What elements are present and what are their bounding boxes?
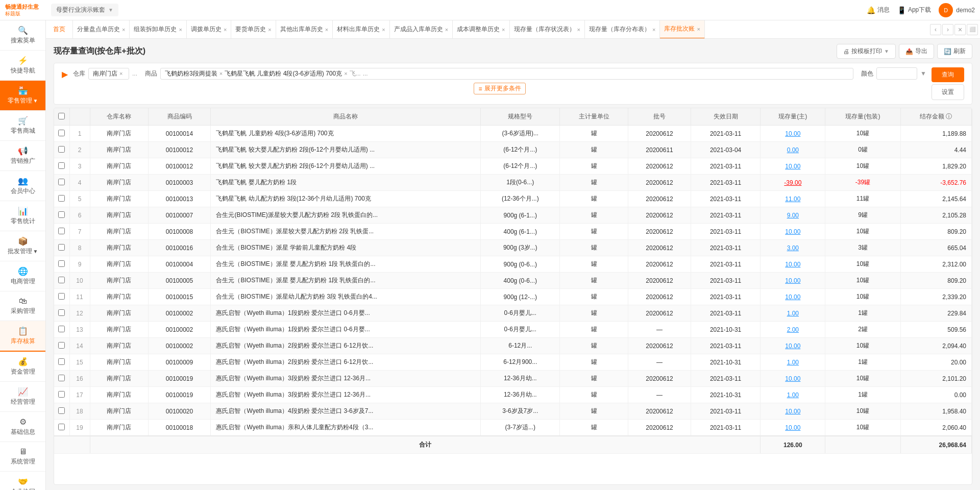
nav-tab-stock-dist[interactable]: 现存量（库存分布表） ×	[585, 20, 660, 39]
tab-close-transfer[interactable]: ×	[224, 27, 227, 33]
col-checkbox[interactable]	[54, 108, 69, 126]
settings-btn[interactable]: 设置	[932, 84, 964, 100]
sidebar-item-retail-stats[interactable]: 📊 零售统计	[0, 201, 45, 231]
tab-close-product-in[interactable]: ×	[445, 27, 448, 33]
tab-close-disassemble[interactable]: ×	[179, 27, 182, 33]
row-qty-main[interactable]: 1.00	[761, 354, 825, 371]
sidebar-item-inventory[interactable]: 📋 库存核算	[0, 321, 45, 352]
tab-close-material-out[interactable]: ×	[382, 27, 385, 33]
export-btn[interactable]: 📤 导出	[899, 44, 934, 59]
nav-tab-batch-ledger[interactable]: 库存批次账 ×	[660, 20, 704, 39]
select-all-checkbox[interactable]	[58, 113, 65, 119]
row-qty-main[interactable]: 10.00	[761, 371, 825, 387]
row-checkbox[interactable]	[54, 354, 69, 371]
row-qty-main[interactable]: 10.00	[761, 338, 825, 354]
tab-close-stock-status[interactable]: ×	[577, 27, 580, 33]
product-tag-area[interactable]: 飞鹤奶粉3段两提装 × 飞鹤星飞帆 儿童奶粉 4段(3-6岁适用) 700克 ×…	[160, 68, 853, 80]
row-checkbox[interactable]	[54, 273, 69, 289]
sidebar-item-member[interactable]: 👥 会员中心	[0, 171, 45, 201]
row-checkbox[interactable]	[54, 305, 69, 322]
warehouse-ellipsis[interactable]: ...	[132, 70, 137, 77]
account-dropdown[interactable]: 母婴行业演示账套 ▼	[51, 4, 118, 16]
row-checkbox[interactable]	[54, 224, 69, 240]
print-btn[interactable]: 🖨 按模板打印 ▼	[837, 44, 896, 59]
row-qty-main[interactable]: 10.00	[761, 158, 825, 175]
row-checkbox[interactable]	[54, 126, 69, 142]
user-avatar[interactable]: D	[939, 3, 953, 17]
product-tag-2-close[interactable]: ×	[344, 70, 347, 77]
sidebar-item-basic[interactable]: ⚙ 基础信息	[0, 412, 45, 442]
color-input[interactable]	[876, 67, 917, 80]
sidebar-item-marketing[interactable]: 📢 营销推广	[0, 141, 45, 171]
nav-tab-request[interactable]: 要货单历史 ×	[231, 20, 276, 39]
sidebar-item-system[interactable]: 🖥 系统管理	[0, 442, 45, 472]
warehouse-tag-close[interactable]: ×	[119, 70, 122, 77]
refresh-btn[interactable]: 🔄 刷新	[937, 44, 972, 59]
row-checkbox[interactable]	[54, 403, 69, 420]
nav-tab-material-out[interactable]: 材料出库单历史 ×	[333, 20, 389, 39]
row-checkbox[interactable]	[54, 420, 69, 436]
row-qty-main[interactable]: 1.00	[761, 387, 825, 403]
row-checkbox[interactable]	[54, 338, 69, 354]
sidebar-item-business[interactable]: 📈 经营管理	[0, 382, 45, 412]
sidebar-item-ecommerce[interactable]: 🌐 电商管理	[0, 261, 45, 291]
row-checkbox[interactable]	[54, 322, 69, 338]
nav-close-btn[interactable]: ×	[954, 24, 966, 35]
row-qty-main[interactable]: -39.00	[761, 175, 825, 191]
tab-close-request[interactable]: ×	[268, 27, 271, 33]
nav-tab-product-in[interactable]: 产成品入库单历史 ×	[390, 20, 453, 39]
row-checkbox[interactable]	[54, 158, 69, 175]
warehouse-tag-area[interactable]: 南岸门店 ×	[88, 68, 129, 80]
tab-close-batch-ledger[interactable]: ×	[697, 26, 700, 32]
nav-tab-other-out[interactable]: 其他出库单历史 ×	[276, 20, 333, 39]
nav-tab-stock-status[interactable]: 现存量（库存状况表） ×	[510, 20, 585, 39]
messages-btn[interactable]: 🔔 消息	[867, 6, 890, 14]
nav-tab-disassemble[interactable]: 组装拆卸单历史 ×	[130, 20, 186, 39]
row-qty-main[interactable]: 10.00	[761, 403, 825, 420]
nav-tab-home[interactable]: 首页	[46, 20, 73, 39]
nav-tab-split-check[interactable]: 分量盘点单历史 ×	[73, 20, 130, 39]
nav-next-btn[interactable]: ›	[942, 24, 953, 35]
sidebar-item-shortcut[interactable]: ⚡ 快捷导航	[0, 51, 45, 81]
row-qty-main[interactable]: 10.00	[761, 224, 825, 240]
color-expand-icon[interactable]: ▼	[920, 70, 926, 77]
nav-prev-btn[interactable]: ‹	[930, 24, 941, 35]
row-qty-main[interactable]: 0.00	[761, 142, 825, 158]
row-qty-main[interactable]: 3.00	[761, 240, 825, 256]
tab-close-stock-dist[interactable]: ×	[652, 27, 655, 33]
row-checkbox[interactable]	[54, 256, 69, 273]
row-checkbox[interactable]	[54, 289, 69, 305]
query-btn[interactable]: 查询	[932, 67, 964, 82]
sidebar-item-search[interactable]: 🔍 搜索英单	[0, 20, 45, 51]
sidebar-item-wholesale[interactable]: 📦 批发管理 ▼	[0, 231, 45, 261]
row-qty-main[interactable]: 10.00	[761, 420, 825, 436]
product-tag-1-close[interactable]: ×	[219, 70, 223, 77]
row-qty-main[interactable]: 9.00	[761, 207, 825, 224]
nav-tab-transfer[interactable]: 调拨单历史 ×	[187, 20, 231, 39]
tab-close-other-out[interactable]: ×	[325, 27, 328, 33]
sidebar-item-enterprise[interactable]: 🤝 企业协同	[0, 472, 45, 490]
row-qty-main[interactable]: 2.00	[761, 322, 825, 338]
row-checkbox[interactable]	[54, 142, 69, 158]
app-download-btn[interactable]: 📱 App下载	[897, 6, 931, 14]
row-checkbox[interactable]	[54, 207, 69, 224]
product-more-ellipsis[interactable]: ...	[363, 70, 368, 77]
row-checkbox[interactable]	[54, 191, 69, 207]
row-checkbox[interactable]	[54, 371, 69, 387]
tab-close-cost-adjust[interactable]: ×	[502, 27, 505, 33]
row-checkbox[interactable]	[54, 387, 69, 403]
row-qty-main[interactable]: 10.00	[761, 273, 825, 289]
sidebar-item-finance[interactable]: 💰 资金管理	[0, 352, 45, 382]
sidebar-item-retail-store[interactable]: 🛒 零售商城	[0, 111, 45, 141]
user-name[interactable]: demo2	[956, 7, 975, 14]
row-qty-main[interactable]: 10.00	[761, 126, 825, 142]
sidebar-item-purchase[interactable]: 🛍 采购管理	[0, 291, 45, 321]
product-ellipsis[interactable]: 飞...	[350, 69, 361, 78]
nav-tab-cost-adjust[interactable]: 成本调整单历史 ×	[453, 20, 509, 39]
row-qty-main[interactable]: 1.00	[761, 305, 825, 322]
expand-conditions-btn[interactable]: ≡ 展开更多条件	[474, 83, 525, 94]
nav-maximize-btn[interactable]: ⬜	[967, 24, 978, 35]
row-checkbox[interactable]	[54, 240, 69, 256]
row-qty-main[interactable]: 11.00	[761, 191, 825, 207]
tab-close-split-check[interactable]: ×	[122, 27, 125, 33]
